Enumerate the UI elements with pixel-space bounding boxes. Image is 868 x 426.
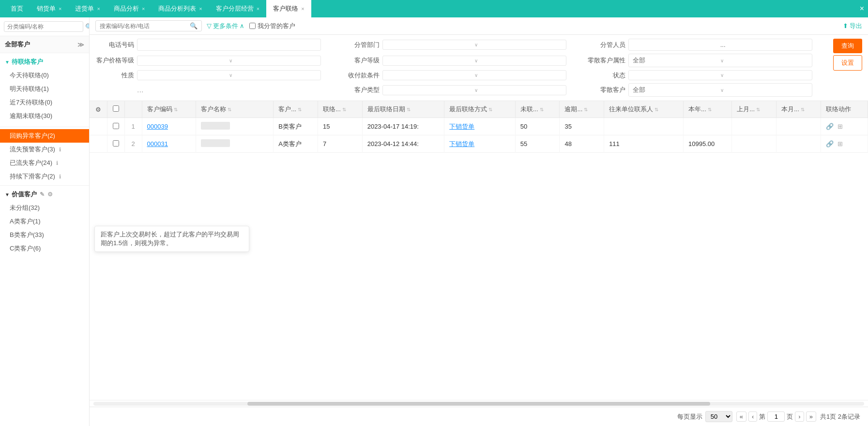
retail-customer-dropdown[interactable]: 全部 ∨ [628,83,812,97]
first-page-btn[interactable]: « [736,411,746,422]
my-customers-checkbox[interactable] [249,23,256,29]
sort-date-icon: ⇅ [407,107,411,112]
sidebar-item-ungrouped[interactable]: 未分组(32) [0,201,89,215]
nav-home[interactable]: 首页 [4,0,30,17]
th-uncontacted[interactable]: 未联... ⇅ [515,101,560,118]
row2-link-icon[interactable]: 🔗 [826,140,834,147]
sidebar-item-churned[interactable]: 已流失客户(24) ℹ [0,156,89,170]
row4-ellipsis[interactable]: ... [137,86,337,94]
nav-purchase-order[interactable]: 进货单 × [68,0,107,17]
pending-contact-header[interactable]: ▼ 待联络客户 [0,55,89,69]
nature-dropdown[interactable]: ∨ [137,70,321,80]
manager-label: 分管人员 [587,41,625,49]
th-this-year[interactable]: 本年... ⇅ [684,101,732,118]
status-dropdown[interactable]: ∨ [628,70,812,80]
customer-type-dropdown[interactable]: ∨ [382,85,566,95]
sidebar-item-churn-warning[interactable]: 流失预警客户(3) ℹ [0,143,89,156]
query-button[interactable]: 查询 [833,39,862,53]
sidebar-item-repurchase-abnormal[interactable]: 回购异常客户(2) ℹ [0,129,89,143]
close-all-tabs[interactable]: × [860,4,864,13]
prev-page-btn[interactable]: ‹ [748,411,757,422]
nav-customer-contact[interactable]: 客户联络 × [266,0,311,17]
payment-dropdown[interactable]: ∨ [382,70,566,80]
row2-qr-icon[interactable]: ⊞ [838,140,843,147]
page-number-input[interactable] [767,411,785,422]
row1-contact-way-link[interactable]: 下销货单 [449,123,474,130]
table-row: 1 000039 B类客户 15 2023-04-17 14:19: 下销货单 [90,118,868,135]
sidebar-item-overdue[interactable]: 逾期未联络(30) [0,109,89,123]
phone-input[interactable] [137,39,321,51]
filter-col-retail-attr: 零散客户属性 全部 ∨ [587,54,828,67]
all-customers-header: 全部客户 ≫ [0,36,89,53]
per-page-select[interactable]: 10 20 50 100 [705,411,732,422]
th-checkbox [107,101,124,118]
th-customer-type[interactable]: 客户... ⇅ [274,101,318,118]
th-this-month[interactable]: 本月... ⇅ [776,101,821,118]
retail-attr-label: 零散客户属性 [587,56,625,65]
sort-code-icon: ⇅ [174,107,178,112]
th-historical-contact[interactable]: 往来单位联系人 ⇅ [604,101,684,118]
total-pages-label: 页 [787,412,793,421]
sidebar-item-class-a[interactable]: A类客户(1) [0,215,89,228]
next-page-btn[interactable]: › [795,411,804,422]
filter-col-payment: 收付款条件 ∨ [341,70,582,80]
more-conditions-btn[interactable]: ▽ 更多条件 ∧ [207,22,244,30]
customer-level-dropdown[interactable]: ∨ [382,56,566,66]
filter-col-ellipsis: ... [95,86,337,94]
sidebar-item-7days[interactable]: 近7天待联络(0) [0,96,89,109]
export-btn[interactable]: ⬆ 导出 [843,22,862,30]
nav-sales-order[interactable]: 销货单 × [30,0,68,17]
filter-col-customer-type: 客户类型 ∨ [341,85,582,95]
dept-dropdown[interactable]: ∨ [382,40,566,50]
close-product-list[interactable]: × [199,6,202,12]
close-sales-order[interactable]: × [59,6,61,12]
th-overdue[interactable]: 逾期... ⇅ [560,101,604,118]
th-customer-name[interactable]: 客户名称 ⇅ [196,101,274,118]
category-search-input[interactable] [4,21,83,32]
sidebar-item-class-b[interactable]: B类客户(33) [0,228,89,242]
value-customer-edit-icon[interactable]: ✎ [40,191,45,198]
price-level-dropdown[interactable]: ∨ [137,56,321,66]
th-last-month[interactable]: 上月... ⇅ [732,101,777,118]
horizontal-scroll[interactable] [90,400,868,407]
nav-product-list[interactable]: 商品分析列表 × [152,0,209,17]
th-last-contact-way[interactable]: 最后联络方式 ⇅ [444,101,516,118]
value-customer-group-header[interactable]: ▼ 价值客户 ✎ ⚙ [0,188,89,201]
th-customer-code[interactable]: 客户编码 ⇅ [142,101,196,118]
collapse-sidebar-icon[interactable]: ≫ [77,41,84,48]
row2-code-link[interactable]: 000031 [147,140,168,147]
sidebar-item-class-c[interactable]: C类客户(6) [0,242,89,255]
close-customer-contact[interactable]: × [301,6,304,12]
nature-arrow: ∨ [229,73,317,78]
select-all-checkbox[interactable] [113,105,119,112]
close-customer-layered[interactable]: × [257,6,259,12]
row1-checkbox[interactable] [113,123,119,129]
nav-customer-layered[interactable]: 客户分层经营 × [209,0,266,17]
row1-qr-icon[interactable]: ⊞ [838,123,843,130]
th-last-contact-date[interactable]: 最后联络日期 ⇅ [362,101,444,118]
row1-link-icon[interactable]: 🔗 [826,123,834,130]
table-header-row: ⚙ 客户编码 ⇅ 客户名称 [90,101,868,118]
dept-label: 分管部门 [341,41,380,49]
th-contact-count[interactable]: 联络... ⇅ [318,101,362,118]
sidebar-item-tomorrow[interactable]: 明天待联络(1) [0,82,89,96]
value-customer-settings-icon[interactable]: ⚙ [47,191,53,198]
sidebar-search-icon[interactable]: 🔍 [85,23,90,30]
row2-name-masked [201,139,230,147]
manager-ellipsis[interactable]: ... [720,41,808,48]
close-purchase-order[interactable]: × [97,6,100,12]
sidebar-item-declining[interactable]: 持续下滑客户(2) ℹ [0,170,89,183]
retail-attr-dropdown[interactable]: 全部 ∨ [628,54,812,67]
th-settings[interactable]: ⚙ [90,101,107,118]
last-page-btn[interactable]: » [806,411,816,422]
row1-code-link[interactable]: 000039 [147,123,168,130]
settings-button[interactable]: 设置 [833,55,862,71]
row2-contact-way-link[interactable]: 下销货单 [449,140,474,147]
row2-checkbox[interactable] [113,140,119,147]
sidebar-item-today[interactable]: 今天待联络(0) [0,69,89,82]
search-icon[interactable]: 🔍 [190,22,198,29]
close-product-analysis[interactable]: × [142,6,145,12]
nav-product-analysis[interactable]: 商品分析 × [107,0,152,17]
manager-field[interactable]: ... [628,39,812,51]
search-input[interactable] [100,23,190,29]
